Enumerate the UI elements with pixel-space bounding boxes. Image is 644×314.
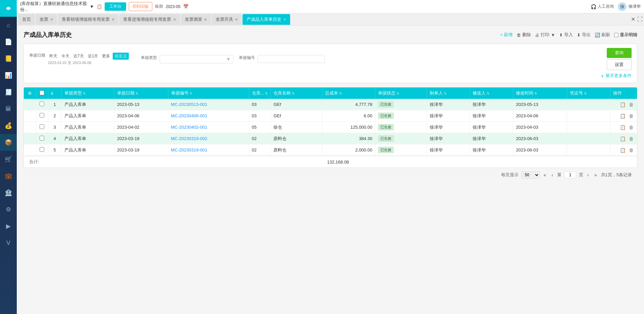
help-btn[interactable]: 🎧 人工咨询: [591, 4, 614, 9]
date-today-btn[interactable]: 今天: [60, 53, 71, 60]
row-delete-button[interactable]: 🗑: [628, 136, 634, 141]
doc-number-column-header[interactable]: 单据编号⇅: [168, 87, 249, 99]
tab-invoice-calc[interactable]: 发票测算×: [181, 14, 211, 25]
row-checkbox-cell[interactable]: [36, 133, 48, 144]
sidebar-item-settings[interactable]: ⚙: [0, 201, 17, 218]
page-size-select[interactable]: 50 100 200: [521, 171, 540, 179]
page-input[interactable]: [564, 172, 576, 178]
first-page-button[interactable]: «: [542, 172, 548, 178]
row-edit-button[interactable]: 📋: [619, 147, 626, 153]
add-button[interactable]: + 新增: [500, 32, 513, 38]
row-doc-number-cell[interactable]: MC-20230319-002: [168, 133, 249, 144]
date-yesterday-btn[interactable]: 昨天: [48, 53, 59, 60]
row-edit-button[interactable]: 📋: [619, 125, 626, 130]
sidebar-item-expense[interactable]: 💰: [0, 117, 17, 134]
query-button[interactable]: 查询: [607, 48, 632, 58]
sidebar-item-report[interactable]: 📊: [0, 67, 17, 84]
row-checkbox-4[interactable]: [40, 147, 44, 152]
switch-version-button[interactable]: 切到旧版: [129, 2, 152, 11]
workspace-button[interactable]: 工作台: [105, 2, 126, 11]
tab-sales-vat[interactable]: 查看销项增值税专用发票×: [58, 14, 118, 25]
row-doc-number-cell[interactable]: MC-20230513-001: [168, 99, 249, 110]
row-edit-button[interactable]: 📋: [619, 102, 626, 107]
delete-button[interactable]: 🗑 删除: [517, 32, 531, 38]
user-menu[interactable]: 徐 徐泽华: [618, 2, 641, 11]
sidebar-item-doc[interactable]: 📄: [0, 34, 17, 50]
row-checkbox-3[interactable]: [40, 136, 44, 140]
date-7days-btn[interactable]: 近7天: [72, 53, 85, 60]
company-selector[interactable]: (库存核算）直播轻旅通信息技术股份... ▼: [20, 1, 94, 13]
refresh-button[interactable]: 🔄 刷新: [595, 32, 610, 38]
doc-number-link[interactable]: MC-20230406-001: [171, 113, 207, 118]
reset-button[interactable]: 设置: [607, 59, 632, 70]
calendar-icon[interactable]: 📅: [183, 4, 189, 9]
doc-status-column-header[interactable]: 单据状态⇅: [375, 87, 427, 99]
tab-close-purchase-vat[interactable]: ×: [173, 17, 176, 22]
row-delete-button[interactable]: 🗑: [628, 102, 634, 107]
sidebar-item-video[interactable]: ▶: [0, 218, 17, 235]
row-delete-button[interactable]: 🗑: [628, 125, 634, 130]
tab-purchase-vat[interactable]: 查看进项增值税专用发票×: [119, 14, 180, 25]
modifier-column-header[interactable]: 修改人⇅: [470, 87, 513, 99]
select-all-checkbox[interactable]: [40, 90, 44, 95]
settings-column-header[interactable]: ⚙: [24, 87, 36, 99]
sidebar-item-bank[interactable]: 🏦: [0, 184, 17, 201]
tab-close-invoice[interactable]: ×: [50, 17, 53, 22]
row-doc-number-cell[interactable]: MC-20230402-001: [168, 122, 249, 133]
row-delete-button[interactable]: 🗑: [628, 113, 634, 119]
import-button[interactable]: ⬆ 导入: [559, 32, 573, 38]
row-edit-button[interactable]: 📋: [619, 136, 626, 141]
sidebar-item-purchase[interactable]: 🛒: [0, 151, 17, 168]
tab-close-product-history[interactable]: ×: [283, 17, 286, 22]
export-button[interactable]: ⬇ 导出: [577, 32, 591, 38]
doc-number-link[interactable]: MC-20230319-001: [171, 147, 207, 152]
close-tab-button[interactable]: ✕: [631, 16, 635, 22]
row-doc-number-cell[interactable]: MC-20230406-001: [168, 110, 249, 122]
sidebar-item-tax[interactable]: 🧾: [0, 84, 17, 101]
date-1month-btn[interactable]: 近1月: [87, 53, 100, 60]
tab-close-invoice-calc[interactable]: ×: [204, 17, 207, 22]
print-button[interactable]: 🖨 打印 ▼: [535, 32, 555, 38]
warehouse-code-column-header[interactable]: 仓库...⇅: [249, 87, 271, 99]
doc-number-link[interactable]: MC-20230513-001: [171, 102, 207, 107]
row-checkbox-cell[interactable]: [36, 99, 48, 110]
doc-number-link[interactable]: MC-20230319-002: [171, 136, 207, 141]
date-more-btn[interactable]: 更多: [101, 53, 111, 60]
doc-number-input[interactable]: [258, 55, 325, 63]
tab-home[interactable]: 首页: [18, 14, 35, 25]
date-custom-btn[interactable]: 自定义: [113, 53, 129, 60]
row-checkbox-cell[interactable]: [36, 110, 48, 122]
tab-close-sales-vat[interactable]: ×: [112, 17, 114, 22]
show-details-checkbox[interactable]: [614, 33, 619, 37]
row-checkbox-cell[interactable]: [36, 122, 48, 133]
maximize-button[interactable]: ⛶: [637, 16, 643, 22]
warehouse-name-column-header[interactable]: 仓库名称⇅: [271, 87, 322, 99]
row-checkbox-0[interactable]: [40, 102, 44, 106]
tab-close-invoice-open[interactable]: ×: [235, 17, 238, 22]
doc-date-column-header[interactable]: 单据日期⇅: [114, 87, 168, 99]
row-delete-button[interactable]: 🗑: [628, 147, 634, 153]
tab-product-history[interactable]: 产成品入库单历史×: [243, 14, 290, 25]
sidebar-item-sale[interactable]: 💼: [0, 168, 17, 184]
modify-time-column-header[interactable]: 修改时间⇅: [513, 87, 567, 99]
sidebar-item-ledger[interactable]: 📒: [0, 50, 17, 67]
row-checkbox-2[interactable]: [40, 124, 44, 129]
sidebar-item-more[interactable]: V: [0, 235, 17, 251]
tab-invoice[interactable]: 发票×: [36, 14, 57, 25]
tab-invoice-open[interactable]: 发票开具×: [212, 14, 242, 25]
doc-type-column-header[interactable]: 单据类型⇅: [61, 87, 114, 99]
total-cost-column-header[interactable]: 总成本⇅: [322, 87, 375, 99]
voucher-column-header[interactable]: 凭证号⇅: [567, 87, 610, 99]
last-page-button[interactable]: »: [593, 172, 598, 178]
sidebar-item-home[interactable]: ⌂: [0, 17, 17, 34]
doc-number-link[interactable]: MC-20230402-001: [171, 125, 207, 130]
copy-doc-icon[interactable]: 📋: [97, 4, 102, 9]
doc-type-select[interactable]: ▼: [160, 55, 233, 63]
prev-page-button[interactable]: ‹: [550, 172, 554, 178]
expand-filter-button[interactable]: ∨ 展开更多条件: [601, 73, 632, 79]
row-doc-number-cell[interactable]: MC-20230319-001: [168, 144, 249, 156]
row-edit-button[interactable]: 📋: [619, 113, 626, 119]
sidebar-item-asset[interactable]: 🏛: [0, 101, 17, 117]
checkbox-column-header[interactable]: [36, 87, 48, 99]
sidebar-item-inventory[interactable]: 📦: [0, 134, 17, 151]
